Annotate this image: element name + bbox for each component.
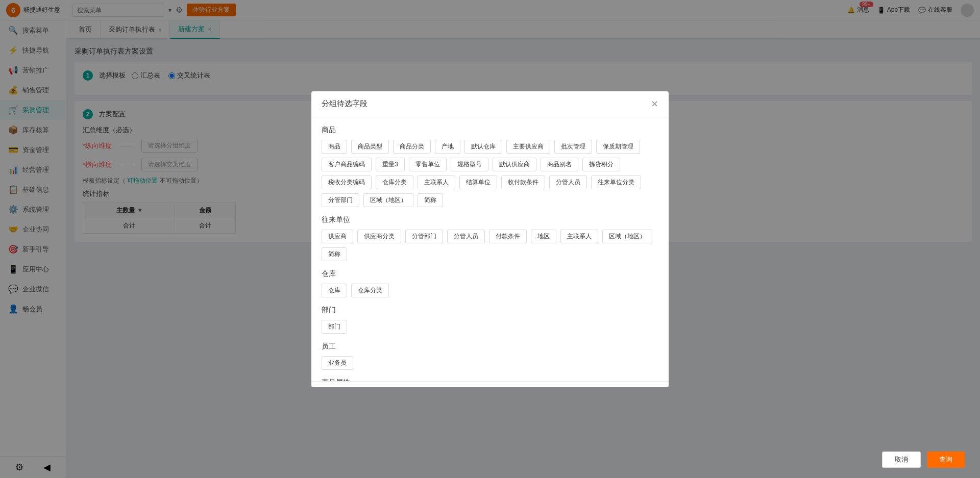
modal-body: 商品商品商品类型商品分类产地默认仓库主要供应商批次管理保质期管理客户商品编码重量… [311, 117, 669, 381]
field-tags-partner: 供应商供应商分类分管部门分管人员付款条件地区主联系人区域（地区）简称 [322, 230, 658, 261]
field-tag[interactable]: 主联系人 [418, 175, 455, 189]
field-tag[interactable]: 供应商分类 [357, 230, 401, 243]
field-tag[interactable]: 默认供应商 [493, 158, 536, 171]
field-tag[interactable]: 主联系人 [560, 230, 598, 243]
field-section-department: 部门部门 [322, 306, 658, 334]
field-tag[interactable]: 产地 [435, 140, 460, 154]
field-tag[interactable]: 简称 [322, 247, 347, 261]
field-section-partner: 往来单位供应商供应商分类分管部门分管人员付款条件地区主联系人区域（地区）简称 [322, 215, 658, 261]
field-section-warehouse: 仓库仓库仓库分类 [322, 269, 658, 297]
field-tag[interactable]: 业务员 [322, 356, 353, 370]
field-tag[interactable]: 简称 [418, 193, 443, 207]
modal-header: 分组待选字段 ✕ [311, 91, 669, 117]
field-section-title-employee: 员工 [322, 342, 658, 351]
field-tag[interactable]: 供应商 [322, 230, 353, 243]
field-section-title-partner: 往来单位 [322, 215, 658, 224]
field-tag[interactable]: 客户商品编码 [322, 158, 372, 171]
field-tag[interactable]: 仓库分类 [351, 284, 389, 297]
modal-title: 分组待选字段 [322, 99, 368, 109]
field-tag[interactable]: 规格型号 [451, 158, 488, 171]
field-tag[interactable]: 付款条件 [489, 230, 527, 243]
field-tag[interactable]: 分管部门 [322, 193, 359, 207]
field-tag[interactable]: 主要供应商 [506, 140, 550, 154]
field-tags-employee: 业务员 [322, 356, 658, 370]
field-tag[interactable]: 地区 [531, 230, 556, 243]
modal-horizontal-scrollbar[interactable] [311, 381, 669, 387]
field-tags-department: 部门 [322, 320, 658, 334]
field-tag[interactable]: 区域（地区） [602, 230, 652, 243]
field-tags-warehouse: 仓库仓库分类 [322, 284, 658, 297]
field-tag[interactable]: 分管部门 [405, 230, 443, 243]
field-tag[interactable]: 重量3 [376, 158, 405, 171]
field-tag[interactable]: 商品类型 [351, 140, 389, 154]
field-tag[interactable]: 仓库 [322, 284, 347, 297]
field-tag[interactable]: 批次管理 [554, 140, 592, 154]
modal-overlay: 分组待选字段 ✕ 商品商品商品类型商品分类产地默认仓库主要供应商批次管理保质期管… [0, 0, 980, 478]
cancel-button[interactable]: 取消 [882, 451, 921, 468]
field-tag[interactable]: 拣货积分 [582, 158, 620, 171]
field-tag[interactable]: 收付款条件 [501, 175, 545, 189]
field-tag[interactable]: 结算单位 [459, 175, 497, 189]
field-select-modal: 分组待选字段 ✕ 商品商品商品类型商品分类产地默认仓库主要供应商批次管理保质期管… [311, 91, 669, 387]
field-tag[interactable]: 分管人员 [447, 230, 485, 243]
field-tag[interactable]: 商品分类 [393, 140, 431, 154]
field-tag[interactable]: 仓库分类 [376, 175, 413, 189]
field-tag[interactable]: 分管人员 [549, 175, 587, 189]
field-tag[interactable]: 往来单位分类 [591, 175, 641, 189]
confirm-button[interactable]: 查询 [927, 451, 965, 468]
field-tag[interactable]: 零售单位 [409, 158, 447, 171]
field-section-title-warehouse: 仓库 [322, 269, 658, 279]
field-tag[interactable]: 税收分类编码 [322, 175, 372, 189]
field-section-goods: 商品商品商品类型商品分类产地默认仓库主要供应商批次管理保质期管理客户商品编码重量… [322, 125, 658, 207]
field-tag[interactable]: 区域（地区） [363, 193, 413, 207]
field-tag[interactable]: 商品 [322, 140, 347, 154]
modal-close-button[interactable]: ✕ [651, 98, 658, 110]
field-tag[interactable]: 保质期管理 [596, 140, 640, 154]
field-section-employee: 员工业务员 [322, 342, 658, 370]
field-tag[interactable]: 默认仓库 [464, 140, 502, 154]
field-tags-goods: 商品商品类型商品分类产地默认仓库主要供应商批次管理保质期管理客户商品编码重量3零… [322, 140, 658, 207]
field-section-title-goods: 商品 [322, 125, 658, 135]
field-tag[interactable]: 商品别名 [541, 158, 578, 171]
field-section-title-department: 部门 [322, 306, 658, 315]
modal-footer: 取消 查询 [882, 451, 965, 468]
field-tag[interactable]: 部门 [322, 320, 347, 334]
